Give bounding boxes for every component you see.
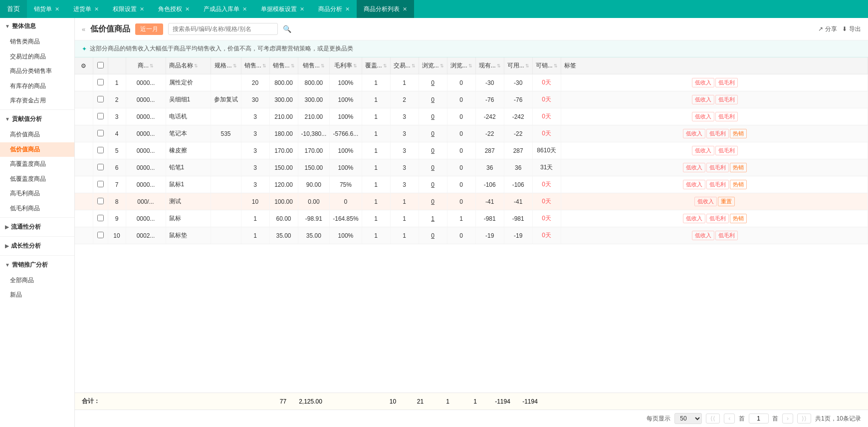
col-sales-income-header[interactable]: 销售...⇅ — [269, 57, 298, 74]
sidebar-section-marketing[interactable]: ▼ 营销推广分析 — [0, 257, 74, 273]
col-sellable-header[interactable]: 可销...⇅ — [532, 57, 561, 74]
sidebar-item-sales-products[interactable]: 销售类商品 — [0, 34, 74, 49]
cell-checkbox[interactable] — [93, 193, 108, 210]
cell-browse1[interactable]: 0 — [419, 193, 447, 210]
col-sales-qty-header[interactable]: 销售...⇅ — [241, 57, 269, 74]
nav-close-product-analysis[interactable]: ✕ — [345, 6, 350, 12]
sidebar-item-high-margin[interactable]: 高毛利商品 — [0, 186, 74, 201]
last-page-btn[interactable]: ⟩⟩ — [797, 414, 811, 424]
next-page-btn[interactable]: › — [782, 414, 793, 424]
row-checkbox[interactable] — [97, 147, 104, 153]
col-cover-header[interactable]: 覆盖...⇅ — [362, 57, 390, 74]
sidebar-section-liquidity[interactable]: ▶ 流通性分析 — [0, 219, 74, 235]
col-gross-margin-header[interactable]: 毛利率⇅ — [330, 57, 362, 74]
nav-template[interactable]: 单据模板设置✕ — [254, 0, 311, 18]
col-browse2-header[interactable]: 浏览...⇅ — [447, 57, 475, 74]
cell-browse1[interactable]: 0 — [419, 91, 447, 108]
col-checkbox-header[interactable] — [93, 57, 108, 74]
col-browse1-header[interactable]: 浏览...⇅ — [419, 57, 447, 74]
nav-close-purchase-order[interactable]: ✕ — [94, 6, 99, 12]
sidebar-item-low-margin[interactable]: 低毛利商品 — [0, 201, 74, 216]
select-all-checkbox[interactable] — [97, 62, 104, 68]
first-page-btn[interactable]: ⟨⟨ — [706, 414, 720, 424]
nav-production[interactable]: 产成品入库单✕ — [197, 0, 254, 18]
sidebar-item-category-sales-rate[interactable]: 商品分类销售率 — [0, 64, 74, 79]
nav-close-role-auth[interactable]: ✕ — [185, 6, 190, 12]
cell-checkbox[interactable] — [93, 176, 108, 193]
browse1-link[interactable]: 0 — [431, 147, 434, 154]
nav-role-auth[interactable]: 角色授权✕ — [151, 0, 197, 18]
cell-browse1[interactable]: 0 — [419, 125, 447, 142]
cell-browse1[interactable]: 0 — [419, 227, 447, 244]
cell-browse1[interactable]: 1 — [419, 210, 447, 227]
sidebar-section-contribution[interactable]: ▼ 贡献值分析 — [0, 111, 74, 127]
sidebar-section-growth[interactable]: ▶ 成长性分析 — [0, 238, 74, 254]
cell-checkbox[interactable] — [93, 125, 108, 142]
search-icon[interactable]: 🔍 — [283, 25, 291, 33]
col-settings-header[interactable]: ⚙ — [75, 57, 93, 74]
browse1-link[interactable]: 0 — [431, 164, 434, 171]
nav-close-template[interactable]: ✕ — [300, 6, 304, 12]
nav-purchase-order[interactable]: 进货单✕ — [66, 0, 106, 18]
browse1-link[interactable]: 0 — [431, 96, 434, 103]
search-input[interactable] — [168, 23, 278, 35]
prev-page-btn[interactable]: ‹ — [724, 414, 735, 424]
row-checkbox[interactable] — [97, 164, 104, 170]
col-trade-header[interactable]: 交易...⇅ — [390, 57, 419, 74]
row-checkbox[interactable] — [97, 113, 104, 119]
table-container[interactable]: ⚙ 商...⇅ 商品名称⇅ 规格...⇅ 销售...⇅ 销售...⇅ 销售...… — [75, 57, 868, 393]
row-checkbox[interactable] — [97, 181, 104, 187]
sidebar-item-high-coverage[interactable]: 高覆盖度商品 — [0, 157, 74, 172]
sidebar-item-all-products[interactable]: 全部商品 — [0, 273, 74, 288]
cell-checkbox[interactable] — [93, 142, 108, 159]
nav-product-analysis-list[interactable]: 商品分析列表✕ — [357, 0, 414, 18]
cell-browse1[interactable]: 0 — [419, 176, 447, 193]
row-checkbox[interactable] — [97, 198, 104, 204]
cell-checkbox[interactable] — [93, 210, 108, 227]
sidebar-item-stock-capital[interactable]: 库存资金占用 — [0, 93, 74, 108]
cell-checkbox[interactable] — [93, 159, 108, 176]
col-spec-header[interactable]: 规格...⇅ — [211, 57, 241, 74]
col-current-stock-header[interactable]: 现有...⇅ — [475, 57, 504, 74]
col-sales-cost-header[interactable]: 销售...⇅ — [298, 57, 330, 74]
browse1-link[interactable]: 0 — [431, 130, 434, 137]
nav-close-production[interactable]: ✕ — [242, 6, 247, 12]
browse1-link[interactable]: 0 — [431, 232, 434, 239]
col-available-header[interactable]: 可用...⇅ — [504, 57, 532, 74]
cell-browse1[interactable]: 0 — [419, 74, 447, 91]
page-input[interactable] — [749, 414, 769, 424]
sidebar-collapse-btn[interactable]: « — [82, 25, 85, 33]
row-checkbox[interactable] — [97, 79, 104, 85]
cell-browse1[interactable]: 0 — [419, 142, 447, 159]
cell-checkbox[interactable] — [93, 74, 108, 91]
nav-product-analysis[interactable]: 商品分析✕ — [311, 0, 357, 18]
sidebar-item-traded-products[interactable]: 交易过的商品 — [0, 49, 74, 64]
cell-checkbox[interactable] — [93, 108, 108, 125]
browse1-link[interactable]: 1 — [431, 215, 434, 222]
nav-close-permissions[interactable]: ✕ — [140, 6, 144, 12]
filter-recent-month-btn[interactable]: 近一月 — [135, 23, 163, 35]
col-code-header[interactable]: 商...⇅ — [126, 57, 166, 74]
page-size-select[interactable]: 50 100 200 — [674, 413, 702, 424]
sidebar-section-overall[interactable]: ▼ 整体信息 — [0, 18, 74, 34]
nav-sales-order[interactable]: 销货单✕ — [27, 0, 66, 18]
cell-checkbox[interactable] — [93, 91, 108, 108]
sidebar-item-stocked-products[interactable]: 有库存的商品 — [0, 79, 74, 94]
sidebar-item-new-products[interactable]: 新品 — [0, 288, 74, 303]
row-checkbox[interactable] — [97, 130, 104, 136]
browse1-link[interactable]: 0 — [431, 113, 434, 120]
row-checkbox[interactable] — [97, 232, 104, 238]
export-btn[interactable]: ⬇ 导出 — [842, 25, 861, 33]
cell-browse1[interactable]: 0 — [419, 159, 447, 176]
sidebar-item-low-value[interactable]: 低价值商品 — [0, 142, 74, 157]
cell-checkbox[interactable] — [93, 227, 108, 244]
sidebar-item-low-coverage[interactable]: 低覆盖度商品 — [0, 172, 74, 187]
nav-permissions[interactable]: 权限设置✕ — [106, 0, 151, 18]
nav-close-product-analysis-list[interactable]: ✕ — [403, 6, 407, 12]
browse1-link[interactable]: 0 — [431, 79, 434, 86]
nav-home[interactable]: 首页 — [0, 0, 27, 18]
browse1-link[interactable]: 0 — [431, 181, 434, 188]
row-checkbox[interactable] — [97, 96, 104, 102]
nav-close-sales-order[interactable]: ✕ — [55, 6, 59, 12]
share-btn[interactable]: ↗ 分享 — [818, 25, 837, 33]
